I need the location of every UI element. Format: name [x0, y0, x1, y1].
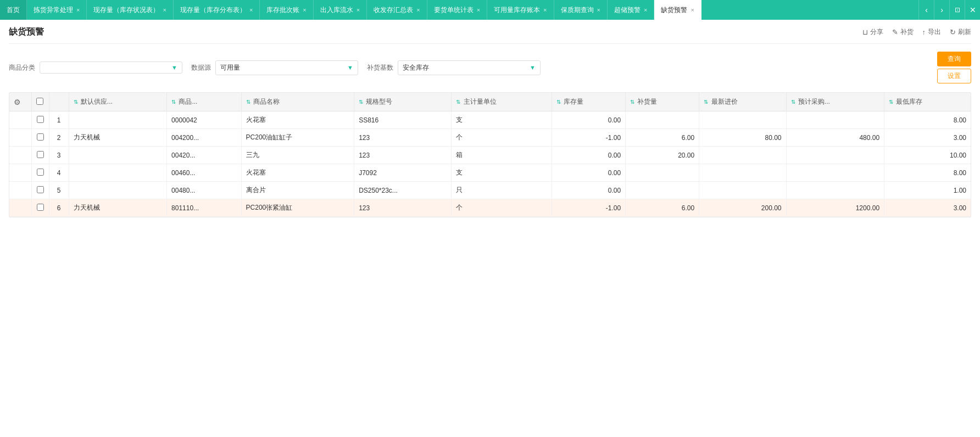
td-checkbox-4[interactable]	[31, 182, 49, 199]
td-unit-0: 支	[452, 111, 552, 129]
td-est-purchase-5: 1200.00	[786, 199, 884, 217]
tab-shortage[interactable]: 缺货预警 ×	[654, 0, 701, 20]
td-replenish-2: 20.00	[626, 147, 699, 164]
th-num	[49, 93, 69, 111]
td-checkbox-2[interactable]	[31, 147, 49, 164]
th-unit[interactable]: ⇅ 主计量单位	[452, 93, 552, 111]
td-name-1: PC200油缸缸子	[241, 129, 354, 147]
th-replenish-qty[interactable]: ⇅ 补货量	[626, 93, 699, 111]
tab-restore-btn[interactable]: ⊡	[949, 0, 965, 20]
td-name-3: 火花塞	[241, 164, 354, 182]
td-replenish-4	[626, 182, 699, 199]
settings-gear-icon[interactable]: ⚙	[14, 98, 21, 107]
page-header: 缺货预警 ⊔ 分享 ✎ 补货 ↑ 导出 ↻ 刷新	[9, 20, 971, 44]
td-price-3	[699, 164, 786, 182]
th-est-purchase[interactable]: ⇅ 预计采购...	[786, 93, 884, 111]
export-button[interactable]: ↑ 导出	[922, 27, 942, 37]
th-product-name[interactable]: ⇅ 商品名称	[241, 93, 354, 111]
td-est-purchase-0	[786, 111, 884, 129]
replenish-basis-select[interactable]: 安全库存 ▼	[398, 60, 541, 75]
td-checkbox-0[interactable]	[31, 111, 49, 129]
replenish-button[interactable]: ✎ 补货	[892, 27, 914, 37]
th-min-stock-label: 最低库存	[896, 98, 922, 105]
refresh-button[interactable]: ↻ 刷新	[950, 27, 971, 37]
replenish-basis-value: 安全库存	[403, 63, 525, 72]
th-stock[interactable]: ⇅ 库存量	[552, 93, 626, 111]
tab-nav-btns: ‹ › ⊡ ✕	[918, 0, 980, 20]
td-min-stock-2: 10.00	[884, 147, 971, 164]
th-latest-price[interactable]: ⇅ 最新进价	[699, 93, 786, 111]
select-all-checkbox[interactable]	[36, 98, 43, 105]
tab-inout-flow[interactable]: 出入库流水 ×	[314, 0, 367, 20]
td-spec-5: 123	[354, 199, 452, 217]
td-name-5: PC200张紧油缸	[241, 199, 354, 217]
td-num-3: 4	[49, 164, 69, 182]
td-checkbox-3[interactable]	[31, 164, 49, 182]
tab-inout-flow-label: 出入库流水	[320, 5, 353, 15]
td-settings-0	[9, 111, 31, 129]
td-num-0: 1	[49, 111, 69, 129]
row-checkbox-5[interactable]	[37, 204, 44, 211]
row-checkbox-0[interactable]	[37, 116, 44, 123]
row-checkbox-1[interactable]	[37, 133, 44, 141]
share-button[interactable]: ⊔ 分享	[862, 27, 883, 37]
tab-inventory-dist[interactable]: 现存量（库存分布表） ×	[174, 0, 260, 20]
th-product-code[interactable]: ⇅ 商品...	[167, 93, 242, 111]
tab-prev-btn[interactable]: ‹	[918, 0, 934, 20]
tab-abnormal[interactable]: 拣货异常处理 ×	[27, 0, 87, 20]
table-body: 1 0000042 火花塞 SS816 支 0.00 8.00 2 力天机械 0…	[9, 111, 971, 217]
th-min-stock[interactable]: ⇅ 最低库存	[884, 93, 971, 111]
tab-batch-account-close[interactable]: ×	[303, 7, 306, 13]
spec-sort-icon: ⇅	[359, 99, 363, 105]
td-code-1: 004200...	[167, 129, 242, 147]
category-filter-select[interactable]: ▼	[40, 61, 182, 74]
tab-abnormal-close[interactable]: ×	[76, 7, 80, 13]
row-checkbox-4[interactable]	[37, 186, 44, 193]
tab-inout-flow-close[interactable]: ×	[357, 7, 360, 13]
tab-close-btn[interactable]: ✕	[965, 0, 980, 20]
tab-inventory-dist-close[interactable]: ×	[249, 7, 253, 13]
refresh-icon: ↻	[950, 28, 956, 36]
tab-home[interactable]: 首页	[0, 0, 27, 20]
tab-batch-account-label: 库存批次账	[266, 5, 299, 15]
setting-button[interactable]: 设置	[937, 69, 971, 83]
th-spec[interactable]: ⇅ 规格型号	[354, 93, 452, 111]
tab-order-stats-close[interactable]: ×	[477, 7, 480, 13]
tab-order-stats[interactable]: 要货单统计表 ×	[427, 0, 487, 20]
tab-inventory-status-close[interactable]: ×	[163, 7, 166, 13]
td-checkbox-1[interactable]	[31, 129, 49, 147]
export-icon: ↑	[922, 28, 926, 36]
tab-overstock[interactable]: 超储预警 ×	[608, 0, 654, 20]
tab-recv-summary[interactable]: 收发存汇总表 ×	[367, 0, 427, 20]
datasource-filter-select[interactable]: 可用量 ▼	[215, 60, 358, 75]
tab-batch-account[interactable]: 库存批次账 ×	[260, 0, 313, 20]
table-row: 6 力天机械 801110... PC200张紧油缸 123 个 -1.00 6…	[9, 199, 971, 217]
td-unit-2: 箱	[452, 147, 552, 164]
row-checkbox-2[interactable]	[37, 151, 44, 158]
tab-expiry-query[interactable]: 保质期查询 ×	[554, 0, 608, 20]
tab-available-ledger-label: 可用量库存账本	[494, 5, 540, 15]
tab-next-btn[interactable]: ›	[934, 0, 949, 20]
th-settings[interactable]: ⚙	[9, 93, 31, 111]
td-checkbox-5[interactable]	[31, 199, 49, 217]
th-unit-label: 主计量单位	[464, 98, 497, 105]
tab-shortage-close[interactable]: ×	[691, 7, 694, 13]
export-label: 导出	[928, 27, 941, 37]
tab-available-ledger[interactable]: 可用量库存账本 ×	[487, 0, 554, 20]
row-checkbox-3[interactable]	[37, 169, 44, 176]
tab-overstock-close[interactable]: ×	[644, 7, 647, 13]
tab-available-ledger-close[interactable]: ×	[543, 7, 547, 13]
tab-expiry-query-close[interactable]: ×	[597, 7, 600, 13]
td-stock-2: 0.00	[552, 147, 626, 164]
query-button[interactable]: 查询	[937, 52, 971, 66]
tab-inventory-dist-label: 现存量（库存分布表）	[180, 5, 246, 15]
tab-recv-summary-close[interactable]: ×	[416, 7, 420, 13]
tab-expiry-query-label: 保质期查询	[561, 5, 594, 15]
td-num-2: 3	[49, 147, 69, 164]
tab-inventory-status-label: 现存量（库存状况表）	[93, 5, 159, 15]
tab-inventory-status[interactable]: 现存量（库存状况表） ×	[87, 0, 173, 20]
table-row: 2 力天机械 004200... PC200油缸缸子 123 个 -1.00 6…	[9, 129, 971, 147]
td-unit-5: 个	[452, 199, 552, 217]
td-code-5: 801110...	[167, 199, 242, 217]
th-default-supplier[interactable]: ⇅ 默认供应...	[69, 93, 167, 111]
